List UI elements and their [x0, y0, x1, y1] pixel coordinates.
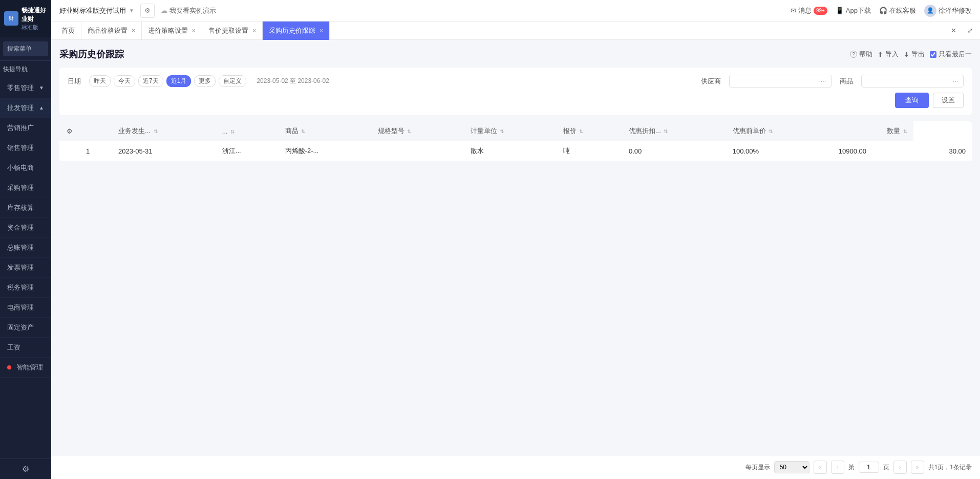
page-actions: ? 帮助 ⬆ 导入 ⬇ 导出 只看最后一 — [850, 50, 972, 59]
page-title: 采购历史价跟踪 — [59, 48, 124, 60]
th-unit[interactable]: 计量单位 ⇅ — [464, 121, 557, 141]
tab-home[interactable]: 首页 — [55, 21, 81, 40]
prev-page-button[interactable]: ‹ — [831, 461, 844, 474]
sidebar-item-tax[interactable]: 税务管理 — [0, 278, 51, 298]
help-button[interactable]: ? 帮助 — [850, 50, 872, 59]
th-goods[interactable]: 商品 ⇅ — [279, 121, 372, 141]
tab-label: 商品价格设置 — [88, 26, 127, 35]
sidebar-item-label: 小畅电商 — [7, 163, 34, 172]
tab-sale-strategy[interactable]: 售价提取设置 × — [202, 21, 263, 40]
online-service-button[interactable]: 🎧 在线客服 — [879, 6, 916, 15]
last-page-button[interactable]: » — [911, 461, 924, 474]
close-icon[interactable]: × — [252, 27, 256, 34]
sidebar-item-inventory[interactable]: 库存核算 — [0, 198, 51, 218]
supplier-input-wrap: ··· — [729, 75, 832, 88]
sidebar-item-label: 销售管理 — [7, 143, 34, 153]
search-menu-button[interactable]: 搜索菜单 — [3, 41, 48, 56]
app-name: 畅捷通好业财 — [22, 6, 47, 24]
user-menu[interactable]: 👤 徐泽华修改 — [924, 5, 972, 17]
only-last-checkbox-label[interactable]: 只看最后一 — [930, 50, 972, 59]
topbar-settings-button[interactable]: ⚙ — [140, 4, 155, 18]
demo-button[interactable]: ☁ 我要看实例演示 — [161, 6, 216, 15]
sidebar-search-section: 搜索菜单 — [0, 37, 51, 61]
edition-selector[interactable]: 好业财标准版交付试用 ▼ — [59, 6, 134, 15]
supplier-input[interactable] — [734, 77, 820, 85]
sidebar-item-retail[interactable]: 零售管理 ▼ — [0, 78, 51, 98]
export-button[interactable]: ⬇ 导出 — [904, 50, 925, 59]
import-button[interactable]: ⬆ 导入 — [878, 50, 899, 59]
close-icon[interactable]: × — [192, 27, 196, 34]
sidebar-item-wholesale[interactable]: 批发管理 ▲ — [0, 98, 51, 118]
date-filter-label: 日期 — [68, 77, 81, 86]
only-last-checkbox[interactable] — [930, 51, 936, 58]
td-no: 1 — [80, 141, 112, 161]
goods-more-button[interactable]: ··· — [952, 78, 959, 85]
user-name: 徐泽华修改 — [939, 6, 972, 15]
close-icon[interactable]: × — [319, 27, 323, 34]
export-icon: ⬇ — [904, 51, 909, 58]
sidebar-item-purchase[interactable]: 采购管理 — [0, 178, 51, 198]
date-range-display: 2023-05-02 至 2023-06-02 — [257, 77, 329, 85]
sidebar-item-assets[interactable]: 固定资产 — [0, 318, 51, 338]
tab-history-price[interactable]: 采购历史价跟踪 × — [263, 21, 330, 40]
date-btn-1month[interactable]: 近1月 — [166, 75, 191, 87]
th-gear[interactable]: ⚙ — [59, 121, 80, 141]
sidebar-item-label: 资金管理 — [7, 223, 34, 232]
gear-icon[interactable]: ⚙ — [22, 464, 29, 474]
sort-icon: ⇅ — [903, 128, 907, 134]
page-input[interactable] — [859, 462, 879, 473]
topbar: 好业财标准版交付试用 ▼ ⚙ ☁ 我要看实例演示 ✉ 消息 99+ 📱 App下… — [51, 0, 980, 21]
th-extra[interactable]: ... ⇅ — [216, 121, 279, 141]
query-button[interactable]: 查询 — [895, 93, 929, 108]
chevron-down-icon: ▼ — [39, 85, 44, 91]
table-row: 1 2023-05-31 浙江... 丙烯酸-2-... 散水 吨 0.00 1… — [59, 141, 972, 161]
th-spec[interactable]: 规格型号 ⇅ — [372, 121, 464, 141]
quick-nav-section[interactable]: 快捷导航 — [0, 61, 51, 78]
goods-input[interactable] — [866, 77, 952, 85]
close-icon[interactable]: × — [132, 27, 135, 34]
date-btn-today[interactable]: 今天 — [114, 75, 135, 87]
sort-icon: ⇅ — [664, 128, 668, 134]
th-date[interactable]: 业务发生... ⇅ — [112, 121, 216, 141]
app-download-button[interactable]: 📱 App下载 — [836, 6, 871, 15]
th-discount[interactable]: 优惠折扣... ⇅ — [623, 121, 727, 141]
tabbar-right: ✕ ⤢ — [947, 25, 976, 37]
sidebar-item-label: 零售管理 — [7, 83, 34, 93]
th-price[interactable]: 报价 ⇅ — [557, 121, 623, 141]
per-page-select[interactable]: 50 20 100 — [774, 461, 809, 473]
supplier-more-button[interactable]: ··· — [820, 78, 827, 85]
date-btn-custom[interactable]: 自定义 — [219, 75, 246, 87]
sort-icon: ⇅ — [154, 128, 158, 134]
first-page-button[interactable]: « — [814, 461, 827, 474]
sidebar-item-smart[interactable]: 智能管理 — [0, 358, 51, 378]
headset-icon: 🎧 — [879, 7, 887, 14]
date-btn-7days[interactable]: 近7天 — [138, 75, 163, 87]
date-btn-more[interactable]: 更多 — [194, 75, 216, 87]
th-quantity[interactable]: 数量 ⇅ — [833, 121, 913, 141]
td-goods: 丙烯酸-2-... — [279, 141, 372, 161]
message-icon: ✉ — [791, 7, 796, 14]
sidebar-item-marketing[interactable]: 营销推广 — [0, 118, 51, 138]
sidebar-item-ecommerce-small[interactable]: 小畅电商 — [0, 158, 51, 178]
th-pre-discount-price[interactable]: 优惠前单价 ⇅ — [727, 121, 833, 141]
settings-button[interactable]: 设置 — [933, 93, 964, 108]
sidebar-item-sales[interactable]: 销售管理 — [0, 138, 51, 158]
sort-icon: ⇅ — [769, 128, 773, 134]
tab-purchase-strategy[interactable]: 进价策略设置 × — [142, 21, 202, 40]
next-page-button[interactable]: › — [893, 461, 907, 474]
sidebar-item-salary[interactable]: 工资 — [0, 338, 51, 358]
message-button[interactable]: ✉ 消息 99+ — [791, 6, 827, 15]
td-gear — [59, 141, 80, 161]
sidebar-item-ledger[interactable]: 总账管理 — [0, 238, 51, 258]
tabbar: 首页 商品价格设置 × 进价策略设置 × 售价提取设置 × 采购历史价跟踪 × … — [51, 21, 980, 40]
tab-price[interactable]: 商品价格设置 × — [81, 21, 142, 40]
date-btn-yesterday[interactable]: 昨天 — [89, 75, 111, 87]
close-window-button[interactable]: ✕ — [947, 25, 960, 37]
sidebar-item-invoice[interactable]: 发票管理 — [0, 258, 51, 278]
per-page-label: 每页显示 — [745, 463, 770, 472]
expand-window-button[interactable]: ⤢ — [964, 25, 976, 37]
chevron-up-icon: ▲ — [39, 105, 44, 111]
sidebar-item-ecommerce[interactable]: 电商管理 — [0, 298, 51, 318]
sidebar-item-finance[interactable]: 资金管理 — [0, 218, 51, 238]
sort-icon: ⇅ — [500, 128, 504, 134]
